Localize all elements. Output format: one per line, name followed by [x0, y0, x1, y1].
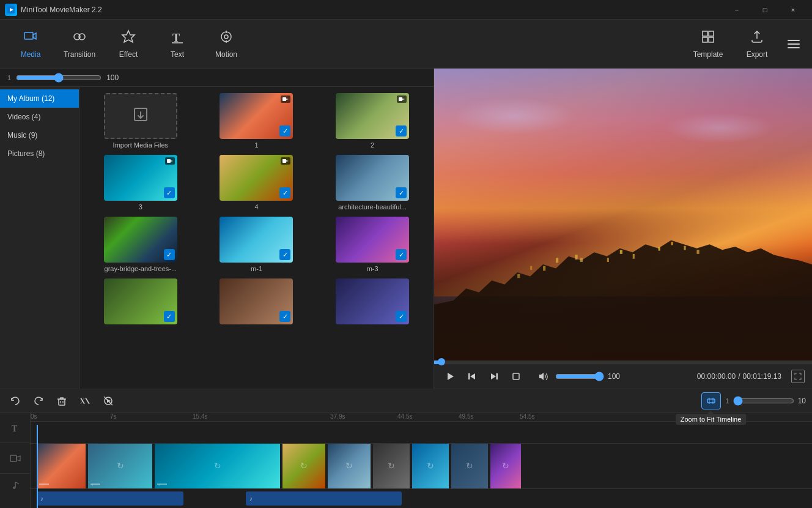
clip-4[interactable]: ↻: [282, 444, 325, 489]
title-bar: MiniTool MovieMaker 2.2 − □ ×: [0, 0, 812, 20]
svg-rect-44: [496, 373, 498, 379]
media-item-m3[interactable]: ✓ m-3: [317, 217, 427, 272]
app-icon: [5, 4, 17, 16]
redo-button[interactable]: [29, 392, 48, 409]
clip-8[interactable]: ↻: [451, 444, 488, 489]
play-button[interactable]: [441, 368, 459, 385]
undo-button[interactable]: [6, 392, 24, 409]
svg-point-9: [224, 35, 228, 39]
hamburger-menu[interactable]: [781, 23, 806, 65]
svg-rect-56: [707, 399, 715, 403]
media-item-extra2[interactable]: ✓: [202, 278, 312, 324]
sidebar-item-pictures[interactable]: Pictures (8): [0, 144, 79, 163]
clip-9[interactable]: ↻: [490, 444, 521, 489]
media-thumb-2: ✓: [336, 93, 409, 139]
clip-6[interactable]: ↻: [373, 444, 410, 489]
toolbar-media[interactable]: Media: [6, 23, 55, 65]
svg-marker-26: [434, 240, 812, 360]
progress-bar-container[interactable]: [434, 360, 812, 364]
video-track[interactable]: ↻ ♪ ↻ ♪ ↻: [31, 444, 812, 490]
stop-button[interactable]: [508, 368, 525, 385]
svg-line-62: [15, 482, 19, 484]
text-icon: T: [170, 29, 185, 48]
volume-value: 100: [608, 372, 626, 381]
size-slider[interactable]: [16, 73, 102, 83]
zoom-fit-button[interactable]: Zoom to Fit Timeline: [701, 392, 721, 409]
svg-rect-14: [703, 37, 707, 42]
svg-marker-46: [539, 373, 544, 380]
clip-7[interactable]: ↻: [412, 444, 449, 489]
toolbar-export[interactable]: Export: [733, 23, 781, 65]
maximize-button[interactable]: □: [751, 0, 779, 20]
split-button[interactable]: [76, 392, 94, 409]
minimize-button[interactable]: −: [723, 0, 751, 20]
ruler-mark-545s: 54.5s: [520, 413, 534, 420]
ruler-mark-495s: 49.5s: [459, 413, 473, 420]
template-icon: [701, 29, 715, 48]
preview-panel: 100 00:00:00.00 / 00:01:19.13: [434, 69, 812, 389]
svg-rect-60: [10, 455, 17, 461]
check-badge-m1: ✓: [279, 249, 290, 260]
media-item-extra1[interactable]: ✓: [86, 278, 196, 324]
delete-button[interactable]: [53, 392, 71, 409]
prev-frame-button[interactable]: [463, 368, 481, 385]
media-item-3[interactable]: ✓ 3: [86, 155, 196, 211]
volume-button[interactable]: [534, 368, 552, 385]
timeline-toolbar: Zoom to Fit Timeline 1 10: [0, 389, 812, 413]
media-thumb-3: ✓: [104, 155, 177, 201]
svg-text:T: T: [172, 32, 180, 44]
svg-rect-31: [684, 245, 686, 250]
toolbar-template[interactable]: Template: [684, 23, 733, 65]
media-thumb-m1: ✓: [220, 217, 293, 263]
time-display: 00:00:00.00 / 00:01:19.13: [697, 372, 781, 381]
media-item-1[interactable]: ✓ 1: [202, 93, 312, 149]
clip-1-audio: [39, 481, 49, 488]
sidebar-item-my-album[interactable]: My Album (12): [0, 89, 79, 108]
zoom-slider[interactable]: [733, 396, 794, 406]
svg-rect-29: [659, 247, 660, 251]
sidebar-item-music[interactable]: Music (9): [0, 126, 79, 144]
toolbar-motion[interactable]: Motion: [202, 23, 251, 65]
toolbar: Media Transition Effect T Text: [0, 20, 812, 69]
clip-5[interactable]: ↻: [328, 444, 371, 489]
sidebar-item-videos[interactable]: Videos (4): [0, 108, 79, 126]
media-item-bridge[interactable]: ✓ gray-bridge-and-trees-...: [86, 217, 196, 272]
audio-clip-1[interactable]: ♪: [37, 491, 183, 506]
volume-slider[interactable]: [555, 372, 604, 381]
media-item-extra3[interactable]: ✓: [317, 278, 427, 324]
template-label: Template: [693, 50, 723, 59]
media-item-arch[interactable]: ✓ architecture-beautiful...: [317, 155, 427, 211]
detach-audio-button[interactable]: [99, 392, 117, 409]
clip-3[interactable]: ↻ ♪: [155, 444, 280, 489]
media-item-m1[interactable]: ✓ m-1: [202, 217, 312, 272]
svg-marker-24: [286, 160, 289, 162]
toolbar-text[interactable]: T Text: [153, 23, 202, 65]
toolbar-transition[interactable]: Transition: [55, 23, 104, 65]
track-content-area: 0s 7s 15.4s 37.9s 44.5s 49.5s 54.5s 1.1m: [31, 413, 812, 508]
toolbar-effect[interactable]: Effect: [104, 23, 153, 65]
cloud-1: [453, 98, 575, 135]
media-label-1: 1: [220, 141, 293, 149]
audio-track: ♪ ♪: [31, 489, 812, 508]
media-thumb-arch: ✓: [336, 155, 409, 201]
svg-rect-32: [696, 250, 699, 254]
media-label-4: 4: [220, 203, 293, 211]
check-badge-arch: ✓: [396, 187, 407, 198]
clip-1[interactable]: [37, 444, 86, 489]
svg-rect-17: [282, 97, 286, 101]
media-label-bridge: gray-bridge-and-trees-...: [104, 265, 177, 272]
progress-knob[interactable]: [438, 358, 445, 365]
svg-rect-19: [399, 97, 402, 101]
audio-clip-2[interactable]: ♪: [246, 491, 402, 506]
media-thumb-extra1: ✓: [104, 278, 177, 324]
ruler-mark-154s: 15.4s: [193, 413, 207, 420]
close-button[interactable]: ×: [779, 0, 807, 20]
fullscreen-button[interactable]: [791, 370, 805, 383]
clip-2[interactable]: ↻ ♪: [88, 444, 152, 489]
timeline-area: Zoom to Fit Timeline 1 10 T: [0, 389, 812, 508]
next-frame-button[interactable]: [485, 368, 503, 385]
import-media-item[interactable]: Import Media Files: [86, 93, 196, 149]
media-item-2[interactable]: ✓ 2: [317, 93, 427, 149]
media-item-4[interactable]: ✓ 4: [202, 155, 312, 211]
media-label-m1: m-1: [220, 265, 293, 272]
